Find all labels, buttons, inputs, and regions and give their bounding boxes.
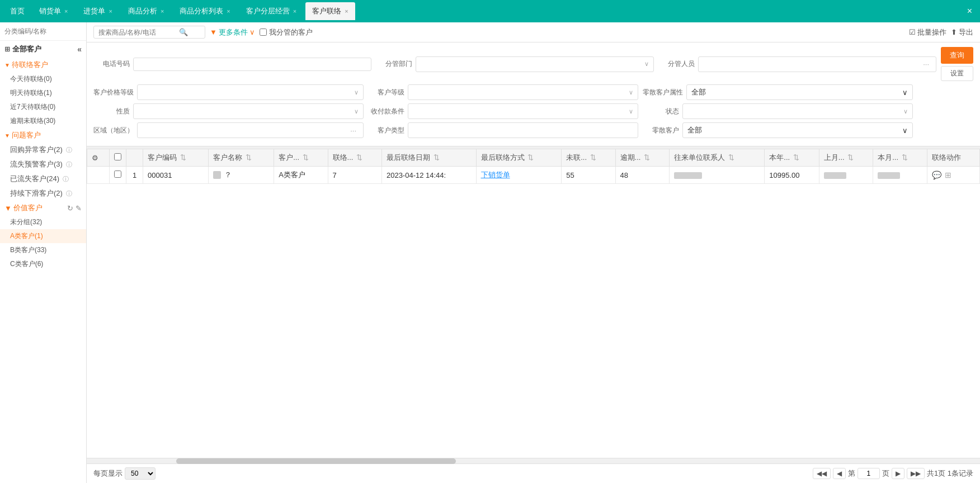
- filter-dept-select[interactable]: ∨: [416, 56, 654, 72]
- select-all-checkbox[interactable]: [114, 153, 121, 160]
- th-overdue[interactable]: 逾期... ⇅: [615, 149, 669, 167]
- close-tab-purchase-order[interactable]: ×: [109, 8, 112, 15]
- sidebar-collapse-btn[interactable]: «: [77, 45, 82, 54]
- filter-retail-attr-select[interactable]: 全部 ∨: [686, 84, 913, 100]
- th-no-contact[interactable]: 未联... ⇅: [562, 149, 615, 167]
- td-checkbox[interactable]: [110, 167, 126, 184]
- filter-cust-type-input[interactable]: [408, 122, 638, 138]
- top-nav: 首页 销货单 × 进货单 × 商品分析 × 商品分析列表 × 客户分层经营 × …: [0, 0, 980, 22]
- edit-icon[interactable]: ✎: [76, 204, 82, 212]
- th-name[interactable]: 客户名称 ⇅: [209, 149, 274, 167]
- action-chat-icon[interactable]: 💬: [932, 171, 941, 179]
- payment-chevron-icon: ∨: [629, 108, 633, 115]
- close-tab-customer-segmentation[interactable]: ×: [293, 8, 296, 15]
- th-this-year[interactable]: 本年... ⇅: [765, 149, 819, 167]
- my-customers-checkbox-label[interactable]: 我分管的客户: [260, 27, 313, 37]
- action-qr-icon[interactable]: ⊞: [945, 171, 951, 179]
- th-level[interactable]: 客户... ⇅: [274, 149, 328, 167]
- sidebar-search-input[interactable]: [4, 27, 87, 35]
- sidebar-item-7days[interactable]: 近7天待联络(0): [0, 100, 86, 114]
- filter-cust-level-select[interactable]: ∨: [408, 84, 638, 100]
- next-page-btn[interactable]: ▶: [892, 468, 904, 479]
- triangle-icon2: ▼: [4, 132, 10, 139]
- tab-product-analysis[interactable]: 商品分析 ×: [121, 2, 171, 20]
- filter-nature-select[interactable]: ∨: [133, 103, 364, 119]
- sidebar-item-class-b[interactable]: B类客户(33): [0, 243, 86, 257]
- query-button[interactable]: 查询: [941, 47, 973, 64]
- settings-button[interactable]: 设置: [941, 66, 973, 81]
- sidebar-item-class-a[interactable]: A类客户(1): [0, 229, 86, 243]
- footer-nav: ◀◀ ◀ 第 页 ▶ ▶▶ 共1页 1条记录: [813, 468, 973, 479]
- export-btn[interactable]: ⬆ 导出: [951, 27, 973, 37]
- sidebar-item-overdue[interactable]: 逾期未联络(30): [0, 114, 86, 128]
- th-gear[interactable]: ⚙: [87, 149, 110, 167]
- my-customers-checkbox[interactable]: [260, 29, 267, 36]
- tab-sales-order[interactable]: 销货单 ×: [32, 2, 74, 20]
- scrollbar-thumb[interactable]: [176, 458, 456, 464]
- filter-search-input[interactable]: [98, 29, 177, 36]
- horizontal-scrollbar[interactable]: [87, 458, 980, 463]
- tab-customer-contact[interactable]: 客户联络 ×: [305, 2, 355, 20]
- th-last-date[interactable]: 最后联络日期 ⇅: [381, 149, 476, 167]
- filter-row-1: 电话号码 分管部门 ∨ 分管人员 ···: [93, 47, 973, 81]
- filter-status-label: 状态: [643, 107, 679, 116]
- th-last-month[interactable]: 上月... ⇅: [819, 149, 873, 167]
- sidebar-group-pending[interactable]: ▼ 待联络客户: [0, 58, 86, 72]
- nav-home[interactable]: 首页: [4, 6, 30, 16]
- info-icon4: ⓘ: [66, 190, 72, 197]
- page-input[interactable]: [858, 468, 880, 479]
- td-seq: 1: [126, 167, 143, 184]
- th-this-month[interactable]: 本月... ⇅: [873, 149, 927, 167]
- th-checkbox[interactable]: [110, 149, 126, 167]
- filter-cust-type-label: 客户类型: [368, 126, 404, 135]
- th-contact-count[interactable]: 联络... ⇅: [328, 149, 381, 167]
- th-last-method[interactable]: 最后联络方式 ⇅: [476, 149, 562, 167]
- first-page-btn[interactable]: ◀◀: [813, 468, 831, 479]
- footer-page-size: 每页显示 50 20 100: [93, 467, 156, 480]
- region-dots-icon[interactable]: ···: [348, 126, 359, 135]
- table-header-row: ⚙ 客户编码 ⇅ 客户名称 ⇅ 客户... ⇅ 联络... ⇅ 最后联络日期 ⇅…: [87, 149, 980, 167]
- batch-op-btn[interactable]: ☑ 批量操作: [909, 27, 946, 37]
- tab-purchase-order[interactable]: 进货单 ×: [77, 2, 119, 20]
- sort-method-icon: ⇅: [527, 153, 534, 162]
- close-tab-product-analysis-list[interactable]: ×: [227, 8, 230, 15]
- manager-dots-icon[interactable]: ···: [921, 60, 931, 68]
- sidebar-all-customers[interactable]: ⊞ 全部客户 «: [0, 41, 86, 58]
- sidebar-item-unclassified[interactable]: 未分组(32): [0, 215, 86, 229]
- sidebar-item-repurchase-abnormal[interactable]: 回购异常客户(2) ⓘ: [0, 143, 86, 157]
- tab-customer-segmentation[interactable]: 客户分层经营 ×: [239, 2, 303, 20]
- close-tab-product-analysis[interactable]: ×: [161, 8, 164, 15]
- last-page-btn[interactable]: ▶▶: [907, 468, 925, 479]
- filter-price-level-select[interactable]: ∨: [137, 84, 364, 100]
- last-month-bar: [824, 172, 846, 179]
- td-last-method[interactable]: 下销货单: [476, 167, 562, 184]
- sidebar-item-today[interactable]: 今天待联络(0): [0, 72, 86, 86]
- th-unit-contact[interactable]: 往来单位联系人 ⇅: [669, 149, 764, 167]
- sort-this-year-icon: ⇅: [793, 153, 799, 162]
- filter-region-input[interactable]: ···: [137, 122, 364, 138]
- filter-status-select[interactable]: ∨: [682, 103, 913, 119]
- refresh-icon[interactable]: ↻: [67, 204, 73, 212]
- filter-search-icon[interactable]: 🔍: [179, 28, 188, 36]
- filter-more-btn[interactable]: ▼ 更多条件 ∨: [210, 27, 255, 37]
- close-tab-customer-contact[interactable]: ×: [345, 8, 348, 15]
- th-code[interactable]: 客户编码 ⇅: [143, 149, 209, 167]
- page-size-select[interactable]: 50 20 100: [125, 467, 156, 480]
- sidebar-item-churned[interactable]: 已流失客户(24) ⓘ: [0, 172, 86, 186]
- filter-phone-input[interactable]: [133, 58, 371, 71]
- filter-manager-input[interactable]: ···: [698, 56, 936, 72]
- prev-page-btn[interactable]: ◀: [833, 468, 846, 479]
- sidebar-item-tomorrow[interactable]: 明天待联络(1): [0, 86, 86, 100]
- row-checkbox[interactable]: [114, 171, 121, 178]
- tab-product-analysis-list[interactable]: 商品分析列表 ×: [173, 2, 237, 20]
- sidebar-item-declining[interactable]: 持续下滑客户(2) ⓘ: [0, 186, 86, 201]
- filter-payment-select[interactable]: ∨: [408, 103, 638, 119]
- sidebar-group-value[interactable]: ▼ 价值客户 ↻ ✎: [0, 201, 86, 215]
- sidebar-item-class-c[interactable]: C类客户(6): [0, 257, 86, 271]
- sidebar-group-problem[interactable]: ▼ 问题客户: [0, 128, 86, 143]
- close-all-icon[interactable]: ×: [964, 6, 976, 16]
- filter-retail-cust-select[interactable]: 全部 ∨: [682, 122, 913, 138]
- close-tab-sales-order[interactable]: ×: [64, 8, 68, 15]
- td-level: A类客户: [274, 167, 328, 184]
- sidebar-item-churn-warning[interactable]: 流失预警客户(3) ⓘ: [0, 157, 86, 172]
